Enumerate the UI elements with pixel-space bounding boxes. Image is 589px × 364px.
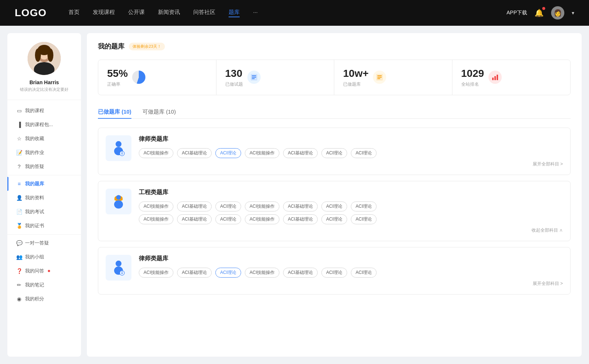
svg-rect-13 xyxy=(377,77,382,78)
nav-item-discover[interactable]: 发现课程 xyxy=(93,9,115,17)
chat-icon: 💬 xyxy=(16,240,22,246)
sidebar-item-1to1-qa[interactable]: 💬 一对一答疑 xyxy=(7,236,81,250)
tag-item[interactable]: ACI基础理论 xyxy=(283,268,318,278)
tag-item[interactable]: ACI理论 xyxy=(351,148,377,158)
subject-card-lawyer-1: 律师类题库 ACI技能操作 ACI基础理论 ACI理论 ACI技能操作 ACI基… xyxy=(98,128,571,175)
stat-accuracy: 55% 正确率 xyxy=(98,60,216,95)
subject-body-2: 工程类题库 ACI技能操作 ACI基础理论 ACI理论 ACI技能操作 ACI基… xyxy=(139,189,563,233)
expand-link-1[interactable]: 展开全部科目 > xyxy=(139,161,563,167)
tag-item[interactable]: ACI理论 xyxy=(351,214,377,224)
tags-row-1: ACI技能操作 ACI基础理论 ACI理论 ACI技能操作 ACI基础理论 AC… xyxy=(139,148,563,158)
doc-icon: ▭ xyxy=(16,108,22,114)
nav-item-home[interactable]: 首页 xyxy=(68,9,80,17)
sidebar-item-points[interactable]: ◉ 我的积分 xyxy=(7,292,81,306)
page-header: 我的题库 体验剩余23天！ xyxy=(98,42,571,51)
stat-banks: 10w+ 已做题库 xyxy=(334,60,452,95)
tag-item[interactable]: ACI理论 xyxy=(215,214,241,224)
svg-point-21 xyxy=(121,152,122,153)
svg-rect-16 xyxy=(494,76,496,80)
tab-done[interactable]: 已做题库 (10) xyxy=(98,106,131,118)
tag-item-active[interactable]: ACI理论 xyxy=(215,268,241,278)
tag-item[interactable]: ACI基础理论 xyxy=(283,214,318,224)
tag-item[interactable]: ACI技能操作 xyxy=(245,148,279,158)
tag-item[interactable]: ACI理论 xyxy=(351,268,377,278)
tag-item[interactable]: ACI基础理论 xyxy=(177,201,212,211)
sidebar-item-certificate[interactable]: 🏅 我的证书 xyxy=(7,219,81,233)
tag-item[interactable]: ACI理论 xyxy=(321,214,347,224)
sidebar-item-homework[interactable]: 📝 我的作业 xyxy=(7,146,81,160)
tag-item[interactable]: ACI理论 xyxy=(321,268,347,278)
sidebar-item-my-course[interactable]: ▭ 我的课程 xyxy=(7,104,81,118)
rank-value: 1029 xyxy=(461,67,484,80)
logo: LOGO xyxy=(15,7,46,19)
svg-rect-9 xyxy=(252,77,256,78)
tag-item[interactable]: ACI理论 xyxy=(321,148,347,158)
sidebar-item-label: 我的考试 xyxy=(25,208,44,215)
sidebar-item-exam[interactable]: 📄 我的考试 xyxy=(7,205,81,219)
sidebar-item-profile[interactable]: 👤 我的资料 xyxy=(7,191,81,205)
sidebar-item-label: 一对一答疑 xyxy=(25,240,49,246)
tag-item[interactable]: ACI基础理论 xyxy=(283,148,318,158)
group-icon: 👥 xyxy=(16,254,22,260)
tag-item[interactable]: ACI技能操作 xyxy=(139,201,173,211)
tag-item[interactable]: ACI基础理论 xyxy=(283,201,318,211)
accuracy-label: 正确率 xyxy=(107,81,128,88)
sidebar-item-label: 我的资料 xyxy=(25,195,44,201)
tabs: 已做题库 (10) 可做题库 (10) xyxy=(98,106,571,119)
tag-item[interactable]: ACI技能操作 xyxy=(245,201,279,211)
stats-row: 55% 正确率 130 已做试题 xyxy=(98,60,571,95)
tab-todo[interactable]: 可做题库 (10) xyxy=(142,106,176,118)
tag-item[interactable]: ACI技能操作 xyxy=(139,268,173,278)
nav-item-more[interactable]: ··· xyxy=(253,9,258,17)
avatar xyxy=(28,42,61,75)
tag-item[interactable]: ACI技能操作 xyxy=(139,148,173,158)
tag-item[interactable]: ACI技能操作 xyxy=(139,214,173,224)
tag-item[interactable]: ACI基础理论 xyxy=(177,214,212,224)
tag-item[interactable]: ACI理论 xyxy=(321,201,347,211)
app-download-label[interactable]: APP下载 xyxy=(507,10,527,16)
sidebar-item-notes[interactable]: ✏ 我的笔记 xyxy=(7,278,81,292)
nav-item-open-course[interactable]: 公开课 xyxy=(128,9,145,17)
tag-item[interactable]: ACI基础理论 xyxy=(177,148,212,158)
sidebar-item-collection[interactable]: ☆ 我的收藏 xyxy=(7,132,81,146)
sidebar-item-label: 我的作业 xyxy=(25,149,44,156)
banks-label: 已做题库 xyxy=(343,81,368,88)
tag-item-active[interactable]: ACI理论 xyxy=(215,148,241,158)
sidebar-item-qa-answer[interactable]: ? 我的答疑 xyxy=(7,160,81,174)
user-avatar[interactable]: 👩 xyxy=(551,6,564,19)
sidebar-item-course-pack[interactable]: ▐ 我的课程包... xyxy=(7,118,81,132)
questions-icon xyxy=(247,71,261,84)
sidebar-item-quiz-bank[interactable]: ≡ 我的题库 xyxy=(7,177,81,191)
tag-item[interactable]: ACI理论 xyxy=(215,201,241,211)
collapse-link[interactable]: 收起全部科目 ∧ xyxy=(139,227,563,233)
sidebar-item-label: 我的证书 xyxy=(25,222,44,229)
svg-rect-12 xyxy=(377,75,382,76)
svg-point-20 xyxy=(120,151,124,156)
questions-value: 130 xyxy=(225,67,243,80)
main-content: 我的题库 体验剩余23天！ 55% 正确率 130 已做试题 xyxy=(87,33,582,357)
svg-rect-17 xyxy=(497,75,498,80)
nav-item-qa[interactable]: 问答社区 xyxy=(193,9,215,17)
lawyer-icon-wrap xyxy=(106,135,131,161)
notification-bell[interactable]: 🔔 xyxy=(535,8,544,17)
stat-questions: 130 已做试题 xyxy=(216,60,335,95)
nav-item-quiz[interactable]: 题库 xyxy=(229,9,240,17)
tag-item[interactable]: ACI技能操作 xyxy=(245,268,279,278)
subject-title-3: 律师类题库 xyxy=(139,255,563,263)
sidebar-item-my-qa[interactable]: ❓ 我的问答 xyxy=(7,264,81,278)
sidebar-item-group[interactable]: 👥 我的小组 xyxy=(7,250,81,264)
bar-chart-icon: ▐ xyxy=(16,122,22,128)
accuracy-value: 55% xyxy=(107,67,128,80)
nav-item-news[interactable]: 新闻资讯 xyxy=(158,9,180,17)
svg-point-6 xyxy=(47,49,53,62)
tag-item[interactable]: ACI基础理论 xyxy=(177,268,212,278)
engineer-icon-wrap xyxy=(106,189,131,214)
sidebar-item-label: 我的问答 xyxy=(25,268,44,274)
tag-item[interactable]: ACI理论 xyxy=(351,201,377,211)
user-dropdown-arrow[interactable]: ▾ xyxy=(572,10,574,16)
profile-icon: 👤 xyxy=(16,195,22,201)
certificate-icon: 🏅 xyxy=(16,223,22,229)
sidebar-profile: Brian Harris 错误的决定比没有决定要好 xyxy=(7,42,81,100)
expand-link-3[interactable]: 展开全部科目 > xyxy=(139,281,563,287)
tag-item[interactable]: ACI技能操作 xyxy=(245,214,279,224)
